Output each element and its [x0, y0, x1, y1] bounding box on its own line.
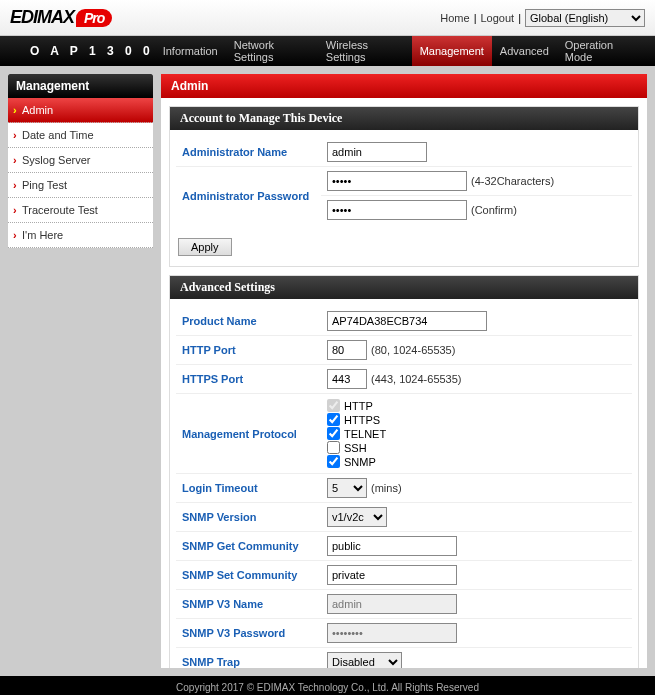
proto-snmp-checkbox[interactable] [327, 455, 340, 468]
sidebar-item-admin[interactable]: Admin [8, 98, 153, 123]
login-timeout-label: Login Timeout [176, 474, 321, 503]
advanced-panel-title: Advanced Settings [170, 276, 638, 299]
nav-wireless-settings[interactable]: Wireless Settings [318, 36, 412, 66]
snmp-v3name-label: SNMP V3 Name [176, 590, 321, 619]
snmp-set-label: SNMP Set Community [176, 561, 321, 590]
http-port-input[interactable] [327, 340, 367, 360]
product-name-input[interactable] [327, 311, 487, 331]
snmp-trap-select[interactable]: Disabled [327, 652, 402, 668]
timeout-hint: (mins) [371, 482, 402, 494]
sidebar-item-date-and-time[interactable]: Date and Time [8, 123, 153, 148]
model-label: O A P 1 3 0 0 [10, 44, 155, 58]
proto-https-checkbox[interactable] [327, 413, 340, 426]
proto-http-checkbox [327, 399, 340, 412]
http-hint: (80, 1024-65535) [371, 344, 455, 356]
nav-advanced[interactable]: Advanced [492, 36, 557, 66]
https-port-label: HTTPS Port [176, 365, 321, 394]
page-title: Admin [161, 74, 647, 98]
account-panel-title: Account to Manage This Device [170, 107, 638, 130]
admin-name-label: Administrator Name [176, 138, 321, 167]
sidebar-item-traceroute-test[interactable]: Traceroute Test [8, 198, 153, 223]
proto-telnet-checkbox[interactable] [327, 427, 340, 440]
proto-ssh-checkbox[interactable] [327, 441, 340, 454]
snmp-version-select[interactable]: v1/v2c [327, 507, 387, 527]
https-port-input[interactable] [327, 369, 367, 389]
mgmt-proto-label: Management Protocol [176, 394, 321, 474]
sidebar-item-syslog-server[interactable]: Syslog Server [8, 148, 153, 173]
footer-text: Copyright 2017 © EDIMAX Technology Co., … [0, 676, 655, 695]
nav-management[interactable]: Management [412, 36, 492, 66]
admin-pass-input[interactable] [327, 171, 467, 191]
nav-information[interactable]: Information [155, 36, 226, 66]
sidebar-title: Management [8, 74, 153, 98]
admin-name-input[interactable] [327, 142, 427, 162]
sidebar-item-ping-test[interactable]: Ping Test [8, 173, 153, 198]
nav-operation-mode[interactable]: Operation Mode [557, 36, 645, 66]
admin-pass-label: Administrator Password [176, 167, 321, 225]
snmp-v3pass-label: SNMP V3 Password [176, 619, 321, 648]
http-port-label: HTTP Port [176, 336, 321, 365]
logout-link[interactable]: Logout [480, 12, 514, 24]
snmp-get-input[interactable] [327, 536, 457, 556]
product-name-label: Product Name [176, 307, 321, 336]
pass-hint: (4-32Characters) [471, 175, 554, 187]
confirm-hint: (Confirm) [471, 204, 517, 216]
sidebar-item-i-m-here[interactable]: I'm Here [8, 223, 153, 248]
home-link[interactable]: Home [440, 12, 469, 24]
snmp-trap-label: SNMP Trap [176, 648, 321, 669]
language-select[interactable]: Global (English) [525, 9, 645, 27]
apply-account-button[interactable]: Apply [178, 238, 232, 256]
brand-logo: EDIMAXPro [10, 7, 112, 28]
login-timeout-select[interactable]: 5 [327, 478, 367, 498]
snmp-set-input[interactable] [327, 565, 457, 585]
https-hint: (443, 1024-65535) [371, 373, 462, 385]
admin-pass-confirm-input[interactable] [327, 200, 467, 220]
snmp-v3pass-input [327, 623, 457, 643]
snmp-get-label: SNMP Get Community [176, 532, 321, 561]
nav-network-settings[interactable]: Network Settings [226, 36, 318, 66]
snmp-v3name-input [327, 594, 457, 614]
snmp-version-label: SNMP Version [176, 503, 321, 532]
